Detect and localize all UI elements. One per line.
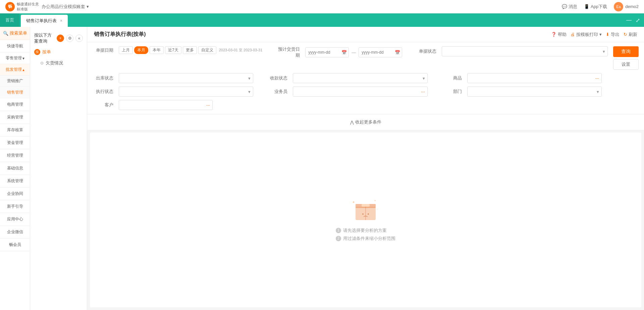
tab-sales-order[interactable]: 销售订单执行表 × <box>21 15 68 27</box>
exec-status-group: 执行状态 <box>93 87 253 97</box>
sidebar-sub-xiaoshou[interactable]: 销售管理 <box>0 87 30 98</box>
sidebar-item-pifa[interactable]: 批发管理 ▴ <box>0 64 30 75</box>
exec-status-wrap <box>119 87 253 97</box>
sidebar-item-caigou[interactable]: 采购管理 <box>0 111 30 124</box>
sidebar-item-lingshou[interactable]: 零售管理 ▾ <box>0 53 30 64</box>
sidebar-item-yingyong[interactable]: 应用中心 <box>0 213 30 226</box>
expected-date-end-wrap <box>359 47 402 57</box>
product-group: 商品 ··· <box>441 73 602 83</box>
sidebar-item-xitong[interactable]: 系统管理 <box>0 175 30 188</box>
sidebar-item-jichu[interactable]: 基础信息 <box>0 162 30 175</box>
bill-status-select[interactable] <box>442 46 608 56</box>
app-download-icon: 📱 <box>584 4 589 9</box>
sidebar-item-hui[interactable]: 畅会员 <box>0 239 30 251</box>
sidebar-item-kuaijie[interactable]: 快捷导航 <box>0 40 30 53</box>
sidebar-item-xinshou[interactable]: 新手引导 <box>0 200 30 213</box>
collapse-btn[interactable]: ⋀ 收起更多条件 <box>87 117 644 127</box>
exec-status-select[interactable] <box>119 87 253 97</box>
breadcrumb-dropdown[interactable]: ▾ <box>87 4 89 9</box>
page-inner: 按以下方案查询 + ⚙ « 按 按单 ⊙ 欠货情况 销售订单执行表(按单) <box>30 27 644 310</box>
logo-text: 畅捷通好生意 标准版 <box>17 2 39 11</box>
exec-status-label: 执行状态 <box>93 89 116 95</box>
tab-spacer <box>68 13 622 27</box>
date-range-text: 2023-03-01 至 2023-03-31 <box>219 48 263 53</box>
chevron-up-icon: ▴ <box>22 67 24 72</box>
user-profile[interactable]: Ea demo2 <box>614 2 639 11</box>
expected-date-end[interactable] <box>359 47 402 57</box>
scheme-item-andan[interactable]: 按 按单 <box>30 46 87 58</box>
query-button[interactable]: 查询 <box>613 46 639 57</box>
out-status-select[interactable] <box>119 73 253 83</box>
bill-status-label: 单据状态 <box>416 48 439 54</box>
page-title: 销售订单执行表(按单) <box>94 31 146 38</box>
export-btn[interactable]: ⬇ 导出 <box>606 32 620 38</box>
dept-select-wrap <box>467 87 602 97</box>
filter-row-2: 出库状态 收款状态 商品 <box>87 70 644 83</box>
chevron-down-icon: ▾ <box>22 56 24 61</box>
panel-header: 按以下方案查询 + ⚙ « <box>30 30 87 46</box>
top-header: 畅 畅捷通好生意 标准版 办公用品行业模拟账套 ▾ 💬 消息 📱 App下载 E… <box>0 0 644 13</box>
app-download-action[interactable]: 📱 App下载 <box>584 4 607 10</box>
out-status-wrap <box>119 73 253 83</box>
recv-status-select[interactable] <box>293 73 427 83</box>
add-scheme-btn[interactable]: + <box>57 35 64 42</box>
svg-point-7 <box>362 213 364 215</box>
expected-date-start-wrap <box>305 47 349 57</box>
salesman-dots-btn[interactable]: ··· <box>421 89 425 94</box>
salesman-input[interactable] <box>293 87 427 97</box>
page-actions: ❓ 帮助 🖨 按模板打印 ▾ ⬇ 导出 ↻ 刷新 <box>551 32 637 38</box>
tab-bar-actions: — ⤢ <box>622 13 644 27</box>
circle-icon: ⊙ <box>40 61 44 65</box>
refresh-btn[interactable]: ↻ 刷新 <box>624 32 637 38</box>
help-btn[interactable]: ❓ 帮助 <box>551 32 567 38</box>
sub-scheme-item-quhuo[interactable]: ⊙ 欠货情况 <box>30 58 87 68</box>
date-btn-this-year[interactable]: 本年 <box>150 46 164 54</box>
date-filter-group: 单据日期 上月 本月 本年 近7天 更多 自定义 2023-03-01 至 20… <box>93 46 262 54</box>
date-btn-custom[interactable]: 自定义 <box>198 46 216 54</box>
logo-area: 畅 畅捷通好生意 标准版 <box>5 2 39 11</box>
maximize-window-icon[interactable]: ⤢ <box>636 17 640 23</box>
filter-row-4: 客户 ··· <box>87 97 644 110</box>
sidebar-item-qiye[interactable]: 企业协同 <box>0 188 30 200</box>
customer-input[interactable] <box>119 100 213 110</box>
expected-date-label: 预计交货日期 <box>276 46 303 58</box>
product-dots-btn[interactable]: ··· <box>595 75 599 81</box>
date-separator: — <box>352 50 356 55</box>
avatar: Ea <box>614 2 623 11</box>
tab-home[interactable]: 首页 <box>0 13 19 27</box>
collapse-panel-btn[interactable]: « <box>75 35 83 42</box>
tab-close-btn[interactable]: × <box>60 18 62 23</box>
tab-bar: 首页 销售订单执行表 × — ⤢ <box>0 13 644 27</box>
scheme-icon: 按 <box>34 49 40 55</box>
expected-date-start[interactable] <box>305 47 349 57</box>
sidebar-item-zijin[interactable]: 资金管理 <box>0 137 30 149</box>
date-btn-this-month[interactable]: 本月 <box>134 46 148 54</box>
message-action[interactable]: 💬 消息 <box>562 4 577 10</box>
date-btn-last7[interactable]: 近7天 <box>165 46 181 54</box>
sidebar-search[interactable]: 🔍 搜索菜单 <box>0 27 30 40</box>
print-dropdown-icon: ▾ <box>599 32 602 37</box>
minimize-window-icon[interactable]: — <box>626 17 632 23</box>
date-btn-last-month[interactable]: 上月 <box>119 46 133 54</box>
recv-status-group: 收款状态 <box>267 73 427 83</box>
sidebar-item-dianshang[interactable]: 电商管理 <box>0 98 30 111</box>
refresh-icon: ↻ <box>624 32 627 37</box>
salesman-group: 业务员 ··· <box>267 87 427 97</box>
breadcrumb: 办公用品行业模拟账套 ▾ <box>42 4 89 10</box>
sidebar-sub-yingxiao[interactable]: 营销推广 <box>0 75 30 87</box>
customer-dots-btn[interactable]: ··· <box>206 102 210 108</box>
sidebar-item-jingying[interactable]: 经营管理 <box>0 149 30 162</box>
dept-select[interactable] <box>467 87 602 97</box>
product-input[interactable] <box>467 73 602 83</box>
content-body: ✦ ✦ ✧ 1 请先选择要分析的方案 <box>90 133 641 307</box>
setting-button[interactable]: 设置 <box>613 59 639 70</box>
customer-label: 客户 <box>93 102 116 108</box>
sidebar-item-kucun[interactable]: 库存核算 <box>0 124 30 137</box>
collapse-row: ⋀ 收起更多条件 <box>87 114 644 130</box>
settings-scheme-btn[interactable]: ⚙ <box>66 35 73 42</box>
header-left: 畅 畅捷通好生意 标准版 办公用品行业模拟账套 ▾ <box>5 2 89 11</box>
print-btn[interactable]: 🖨 按模板打印 ▾ <box>571 32 602 38</box>
date-btn-more[interactable]: 更多 <box>183 46 197 54</box>
sidebar-item-weixin[interactable]: 企业微信 <box>0 226 30 239</box>
out-status-group: 出库状态 <box>93 73 253 83</box>
